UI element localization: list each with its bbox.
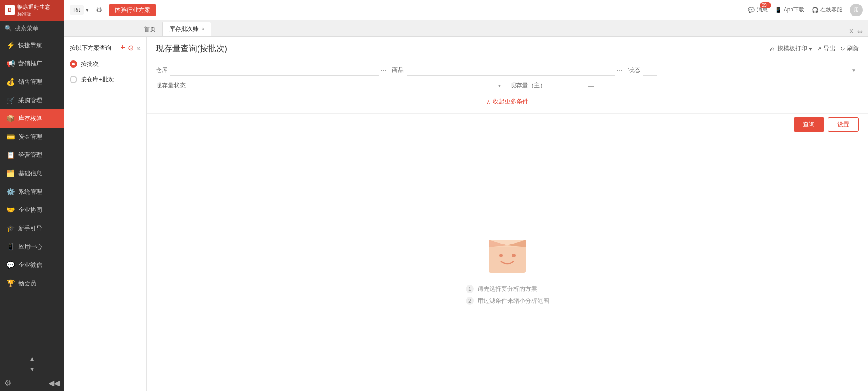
print-label: 按模板打印 [777,44,807,53]
refresh-icon: ↻ [840,45,845,52]
trial-button[interactable]: 体验行业方案 [109,4,156,16]
sidebar-scroll-down[interactable]: ▼ [0,364,64,375]
print-icon: 🖨 [769,45,775,52]
tab-bar: 首页 库存批次账 × × ⇔ [64,20,868,37]
app-logo: B [5,5,15,15]
sidebar-scroll-up[interactable]: ▲ [0,353,64,364]
top-header: Rit ▾ ⚙ 体验行业方案 💬 消息 99+ 📱 App下载 🎧 [64,0,868,20]
stock-status-label: 现存量状态 [156,81,186,90]
sidebar-item-label: 经营管理 [18,151,42,159]
filter-settings-button[interactable]: ⊙ [128,43,134,52]
main-content: 现存量查询(按批次) 🖨 按模板打印 ▾ ↗ 导出 ↻ [147,37,868,391]
company-selector[interactable]: Rit ▾ [70,5,89,15]
sidebar-search[interactable]: 🔍 搜索菜单 [0,21,64,36]
tip2-number: 2 [466,297,474,305]
sidebar-item-label: 企业微信 [18,261,42,269]
sidebar-item-inventory[interactable]: 📦 库存核算 [0,109,64,128]
service-icon: 🎧 [812,7,819,13]
empty-tip-1: 1 请先选择要分析的方案 [466,285,549,293]
sidebar-item-label: 营销推广 [18,60,42,68]
sidebar-item-vip[interactable]: 🏆 畅会员 [0,274,64,293]
company-info: 畅康通好生意 标准版 [17,4,50,17]
product-label: 商品 [392,66,404,74]
sidebar: B 畅康通好生意 标准版 🔍 搜索菜单 ⚡ 快捷导航 📢 营销推广 💰 销售管理 [0,0,64,391]
print-button[interactable]: 🖨 按模板打印 ▾ [769,44,812,53]
sidebar-item-label: 快捷导航 [18,41,42,49]
query-button[interactable]: 查询 [794,117,824,132]
sidebar-footer: ⚙ ◀◀ [0,375,64,391]
tip1-text: 请先选择要分析的方案 [478,285,537,293]
stock-qty-filter-group: 现存量（主） — [510,80,859,91]
sidebar-item-marketing[interactable]: 📢 营销推广 [0,54,64,73]
empty-state: 1 请先选择要分析的方案 2 用过滤条件来缩小分析范围 [147,136,868,391]
app-download-button[interactable]: 📱 App下载 [775,6,804,14]
filter-item-batch[interactable]: 按批次 [64,56,146,72]
warehouse-dots[interactable]: ··· [380,66,386,74]
dropdown-icon: ▾ [86,6,89,13]
message-button[interactable]: 💬 消息 99+ [748,6,768,14]
filter-row-2: 现存量状态 现存量（主） — [156,80,859,91]
filter-action-buttons: + ⊙ « [121,43,141,53]
sidebar-item-label: 系统管理 [18,188,42,196]
collapse-more-conditions-button[interactable]: ∧ 收起更多条件 [483,96,532,108]
filter-row-1: 仓库 ··· 商品 ··· 状态 [156,65,859,76]
product-input[interactable] [407,65,615,76]
refresh-label: 刷新 [847,44,859,53]
stock-qty-max-input[interactable] [597,80,633,91]
sidebar-item-enterprise-wechat[interactable]: 💬 企业微信 [0,256,64,274]
export-button[interactable]: ↗ 导出 [817,44,835,53]
collapse-sidebar-icon[interactable]: ◀◀ [49,379,60,387]
gear-button[interactable]: ⚙ [93,4,105,16]
message-icon: 💬 [748,7,755,13]
stock-qty-min-input[interactable] [549,80,585,91]
tab-label: 库存批次账 [169,25,199,33]
search-menu-label: 搜索菜单 [15,24,38,33]
panel-expand-icon[interactable]: ⇔ [857,27,863,34]
enterprise-wechat-icon: 💬 [6,261,15,269]
app-center-icon: 📱 [6,243,15,251]
tab-home[interactable]: 首页 [137,22,162,36]
sidebar-item-enterprise[interactable]: 🤝 企业协同 [0,201,64,219]
basic-info-icon: 🗂️ [6,169,15,178]
sidebar-item-operations[interactable]: 📋 经营管理 [0,146,64,164]
sidebar-item-label: 采购管理 [18,96,42,104]
sidebar-item-basic-info[interactable]: 🗂️ 基础信息 [0,164,64,183]
tab-close-icon[interactable]: × [202,26,204,32]
title-actions: 🖨 按模板打印 ▾ ↗ 导出 ↻ 刷新 [769,44,859,53]
svg-rect-0 [489,245,526,273]
search-icon: 🔍 [5,25,12,32]
filter-item-warehouse-batch[interactable]: 按仓库+批次 [64,72,146,87]
add-filter-button[interactable]: + [121,43,126,53]
filter-header: 按以下方案查询 + ⊙ « [64,41,146,56]
table-settings-button[interactable]: 设置 [828,117,859,132]
status-select[interactable] [643,65,657,76]
status-filter-group: 状态 [628,65,859,76]
sidebar-item-quick-nav[interactable]: ⚡ 快捷导航 [0,36,64,54]
collapse-icon: ∧ [486,98,491,105]
product-filter-group: 商品 ··· [392,65,622,76]
stock-qty-dash: — [585,82,597,89]
sidebar-item-purchase[interactable]: 🛒 采购管理 [0,91,64,109]
action-row: 查询 设置 [147,114,868,136]
product-dots[interactable]: ··· [616,66,622,74]
warehouse-input[interactable] [170,65,379,76]
refresh-button[interactable]: ↻ 刷新 [840,44,859,53]
stock-status-select[interactable] [188,80,202,91]
sidebar-item-system[interactable]: ⚙️ 系统管理 [0,183,64,201]
tab-inventory-batch[interactable]: 库存批次账 × [162,22,211,36]
online-service-button[interactable]: 🎧 在线客服 [812,6,842,14]
enterprise-icon: 🤝 [6,206,15,214]
sidebar-item-finance[interactable]: 💳 资金管理 [0,128,64,146]
stock-qty-label: 现存量（主） [510,81,546,90]
panel-close-button[interactable]: × [849,26,854,36]
sidebar-item-label: 销售管理 [18,78,42,86]
sidebar-item-app-center[interactable]: 📱 应用中心 [0,238,64,256]
user-avatar[interactable]: 用 [850,4,863,16]
sidebar-item-newbie[interactable]: 🎓 新手引导 [0,219,64,238]
settings-footer-icon[interactable]: ⚙ [5,379,11,387]
collapse-filter-button[interactable]: « [137,44,141,52]
sidebar-item-sales[interactable]: 💰 销售管理 [0,73,64,91]
header-left: Rit ▾ ⚙ 体验行业方案 [70,4,743,16]
app-download-icon: 📱 [775,7,782,13]
empty-svg [480,223,535,277]
